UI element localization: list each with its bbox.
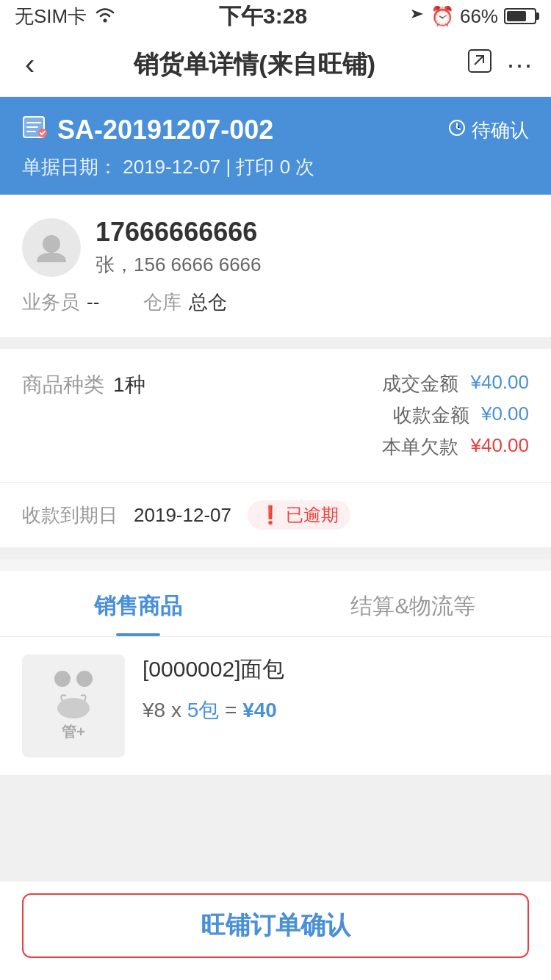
order-status: 待确认 [448,118,529,143]
svg-point-7 [57,698,90,718]
product-section: 管+ [0000002]面包 ¥8 x 5包 = ¥40 [0,637,551,775]
svg-rect-2 [469,50,491,72]
owl-eyes [54,671,93,687]
salesperson-item: 业务员 -- [22,289,99,315]
order-header: SA-20191207-002 待确认 单据日期： 2019-12-07 | 打… [0,97,551,195]
customer-info: 17666666666 张，156 6666 6666 [96,217,262,278]
battery-percent: 66% [460,5,498,28]
product-image: 管+ [22,655,125,757]
customer-section: 17666666666 张，156 6666 6666 业务员 -- 仓库 总仓 [0,195,551,337]
svg-marker-1 [411,10,423,18]
status-bar: 无SIM卡 下午3:28 ⏰ 66% [0,0,551,32]
balance-label: 本单欠款 [382,434,458,460]
warehouse-item: 仓库 总仓 [143,289,227,315]
nav-actions: ··· [467,48,533,80]
product-total: ¥40 [242,699,277,721]
bottom-bar: 旺铺订单确认 [0,882,551,980]
receipt-label: 收款金额 [393,403,469,428]
tabs-bar: 销售商品 结算&物流等 [0,571,551,637]
salesperson-label: 业务员 [22,289,79,315]
more-button[interactable]: ··· [507,49,533,80]
salesperson-value: -- [87,291,99,314]
product-image-inner: 管+ [51,671,96,742]
tabs-section: 销售商品 结算&物流等 管+ [0,571,551,775]
product-item: 管+ [0000002]面包 ¥8 x 5包 = ¥40 [22,655,529,757]
customer-row: 17666666666 张，156 6666 6666 [22,217,529,278]
balance-row: 本单欠款 ¥40.00 [382,434,529,460]
svg-point-0 [104,18,107,22]
battery-icon [504,8,536,24]
status-time: 下午3:28 [219,1,307,32]
order-date: 单据日期： 2019-12-07 | 打印 0 次 [22,154,529,180]
due-label: 收款到期日 [22,502,118,528]
tab-sales-products[interactable]: 销售商品 [0,571,276,636]
order-id-row: SA-20191207-002 待确认 [22,115,529,145]
due-date: 2019-12-07 [134,504,231,527]
nav-bar: ‹ 销货单详情(来自旺铺) ··· [0,32,551,97]
owl-eye-right [76,671,93,687]
back-button[interactable]: ‹ [18,40,42,88]
customer-meta: 业务员 -- 仓库 总仓 [22,289,529,315]
customer-name: 张，156 6666 6666 [96,252,262,278]
nav-title: 销货单详情(来自旺铺) [134,48,375,82]
due-section: 收款到期日 2019-12-07 ❗ 已逾期 [0,482,551,547]
confirm-order-button[interactable]: 旺铺订单确认 [22,893,529,958]
share-button[interactable] [467,48,492,80]
overdue-icon: ❗ [259,505,281,525]
overdue-badge: ❗ 已逾期 [248,500,350,530]
wifi-icon [94,5,116,28]
summary-row: 商品种类 1种 成交金额 ¥40.00 收款金额 ¥0.00 本单欠款 ¥40.… [22,371,529,460]
owl-eye-left [54,671,71,687]
svg-point-6 [43,235,60,253]
divider-2 [0,547,551,559]
summary-section: 商品种类 1种 成交金额 ¥40.00 收款金额 ¥0.00 本单欠款 ¥40.… [0,349,551,482]
warehouse-label: 仓库 [143,289,181,315]
transaction-label: 成交金额 [382,371,458,397]
divider-1 [0,337,551,349]
customer-phone: 17666666666 [96,217,262,248]
product-name: [0000002]面包 [143,655,529,685]
overdue-text: 已逾期 [286,503,339,527]
warehouse-value: 总仓 [189,289,227,315]
owl-body [51,690,96,719]
summary-left: 商品种类 1种 [22,371,145,399]
order-icon [22,115,48,145]
order-id: SA-20191207-002 [22,115,273,145]
receipt-row: 收款金额 ¥0.00 [393,403,529,428]
transaction-row: 成交金额 ¥40.00 [382,371,529,397]
summary-right: 成交金额 ¥40.00 收款金额 ¥0.00 本单欠款 ¥40.00 [382,371,529,460]
transaction-amount: ¥40.00 [470,371,529,397]
balance-amount: ¥40.00 [470,434,529,460]
product-price: ¥8 x 5包 = ¥40 [143,696,529,724]
product-type-count: 1种 [113,371,145,399]
status-clock-icon [448,119,466,142]
customer-avatar [22,218,81,277]
brand-label: 管+ [62,722,85,742]
tab-settlement-logistics[interactable]: 结算&物流等 [276,571,551,636]
product-info: [0000002]面包 ¥8 x 5包 = ¥40 [143,655,529,724]
product-qty: 5包 [187,699,220,721]
status-right: ⏰ 66% [410,5,536,28]
alarm-icon: ⏰ [431,5,454,28]
receipt-amount: ¥0.00 [481,403,529,428]
location-icon [410,5,425,28]
product-type-label: 商品种类 [22,371,104,399]
sim-label: 无SIM卡 [15,4,87,29]
status-left: 无SIM卡 [15,4,116,29]
